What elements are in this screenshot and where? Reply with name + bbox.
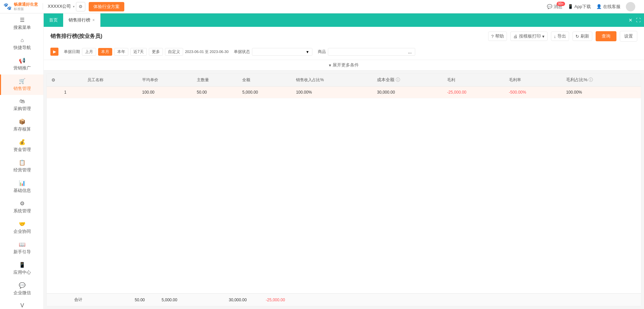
help-button[interactable]: ? 帮助	[488, 32, 507, 41]
col-quantity: 主数量	[193, 73, 239, 87]
sidebar-item-wechat[interactable]: 💬 企业微信	[0, 279, 43, 299]
sidebar-item-marketing[interactable]: 📢 营销推广	[0, 54, 43, 74]
refresh-label: 刷新	[581, 33, 589, 39]
cell-sales-ratio: 100.00%	[292, 87, 373, 98]
goods-select[interactable]: ...	[328, 48, 415, 56]
table-row: 1 100.00 50.00 5,000.00 100.00% 30,000.0…	[47, 87, 641, 98]
finance-icon: 💰	[19, 139, 26, 145]
sidebar-item-operation[interactable]: 📋 经营管理	[0, 156, 43, 176]
message-icon: 💬	[547, 4, 552, 9]
page-title-row: 销售排行榜(按业务员) ? 帮助 🖨 按模板打印 ▾ ↓	[50, 31, 637, 42]
tab-close-icon[interactable]: ×	[92, 18, 95, 22]
tab-bar-right: ✕ ⛶	[629, 17, 644, 23]
cost-info-icon[interactable]: ⓘ	[396, 77, 400, 82]
guide-icon: 📖	[19, 241, 26, 248]
apps-icon: 📱	[19, 262, 26, 268]
sidebar-label-operation: 经营管理	[13, 167, 31, 173]
gear-icon: ⚙	[79, 4, 83, 9]
expand-conditions-button[interactable]: ▾ 展开更多条件	[44, 60, 644, 70]
col-settings-icon: ⚙	[51, 78, 55, 83]
status-filter-group: 单据状态 ▾	[234, 48, 312, 56]
message-badge: 99+	[557, 2, 565, 6]
company-settings-button[interactable]: ⚙	[76, 2, 85, 11]
footer-quantity: 50.00	[135, 298, 162, 302]
app-download-button[interactable]: 📱 App下载	[568, 4, 591, 10]
col-settings[interactable]: ⚙	[47, 73, 60, 87]
sidebar-label-finance: 资金管理	[13, 147, 31, 153]
refresh-icon: ↻	[575, 34, 579, 39]
col-gross-ratio: 毛利占比% ⓘ	[562, 73, 641, 87]
help-icon: ?	[491, 34, 493, 39]
tab-sales-ranking[interactable]: 销售排行榜 ×	[63, 13, 100, 27]
col-employee-name: 员工名称	[83, 73, 138, 87]
filter-toggle-button[interactable]: ▶	[50, 48, 58, 56]
this-year-button[interactable]: 本年	[114, 48, 128, 56]
this-month-button[interactable]: 本月	[98, 48, 112, 56]
sidebar-item-purchase[interactable]: 🛍 采购管理	[0, 95, 43, 115]
company-name: XXXXX公司	[48, 3, 71, 9]
cell-gross: -25,000.00	[443, 87, 505, 98]
sidebar-item-cooperation[interactable]: 🤝 企业协同	[0, 217, 43, 238]
search-menu-icon: ☰	[20, 17, 25, 23]
sidebar-item-sales[interactable]: 🛒 销售管理	[0, 74, 43, 95]
col-cost: 成本全额 ⓘ	[373, 73, 443, 87]
cell-settings	[47, 87, 60, 98]
sidebar-item-finance[interactable]: 💰 资金管理	[0, 136, 43, 156]
company-selector[interactable]: 🐾 畅康通好生意 标准版 XXXXX公司 ▾	[3, 2, 75, 11]
avatar[interactable]	[626, 2, 635, 11]
sidebar-label-guide: 新手引导	[13, 249, 31, 255]
print-button[interactable]: 🖨 按模板打印 ▾	[510, 32, 548, 41]
sidebar-item-apps[interactable]: 📱 应用中心	[0, 258, 43, 279]
sidebar-item-search[interactable]: ☰ 搜索菜单	[0, 13, 43, 34]
last7days-button[interactable]: 近7天	[130, 48, 147, 56]
online-service-label: 在线客服	[603, 4, 620, 10]
query-button[interactable]: 查询	[596, 31, 616, 41]
wechat-icon: 💬	[19, 282, 26, 289]
col-gross: 毛利	[443, 73, 505, 87]
sidebar-item-guide[interactable]: 📖 新手引导	[0, 238, 43, 258]
print-label: 按模板打印	[519, 33, 541, 39]
gross-ratio-info-icon[interactable]: ⓘ	[589, 77, 593, 82]
inventory-icon: 📦	[19, 118, 26, 125]
marketing-icon: 📢	[19, 57, 26, 64]
sidebar-item-member[interactable]: V 畅会员	[0, 299, 43, 309]
filter-row: ▶ 单据日期 上月 本月 本年 近7天 更多 自定义 2023-06-01 至 …	[50, 45, 637, 58]
sidebar-label-search: 搜索菜单	[13, 24, 31, 31]
data-table: ⚙ 员工名称 平均单价 主数量 全额 销售收入占比% 成本全额 ⓘ	[47, 73, 641, 98]
cell-gross-rate: -500.00%	[505, 87, 562, 98]
col-avg-price: 平均单价	[138, 73, 193, 87]
settings-button[interactable]: 设置	[620, 31, 637, 42]
custom-date-button[interactable]: 自定义	[165, 48, 183, 56]
cell-total: 5,000.00	[238, 87, 292, 98]
app-download-label: App下载	[574, 4, 591, 10]
close-window-icon[interactable]: ✕	[629, 17, 633, 23]
trial-button[interactable]: 体验行业方案	[89, 2, 124, 11]
goods-filter-group: 商品 ...	[318, 48, 415, 56]
status-filter-label: 单据状态	[234, 49, 250, 55]
footer-total-label: 合计	[74, 297, 108, 303]
top-header: 🐾 畅康通好生意 标准版 XXXXX公司 ▾ ⚙ 体验行业方案 💬 消息 99+…	[0, 0, 644, 13]
sidebar-item-basic-info[interactable]: 📊 基础信息	[0, 176, 43, 197]
last-month-button[interactable]: 上月	[82, 48, 96, 56]
export-button[interactable]: ↓ 导出	[551, 32, 569, 41]
system-icon: ⚙	[20, 200, 25, 207]
more-date-button[interactable]: 更多	[149, 48, 163, 56]
app-logo: 🐾	[3, 2, 12, 10]
cooperation-icon: 🤝	[19, 221, 26, 227]
footer-gross: -25,000.00	[266, 298, 299, 302]
phone-icon: 📱	[568, 4, 573, 9]
sidebar-item-quick-nav[interactable]: ⌂ 快捷导航	[0, 34, 43, 54]
table-header-row: ⚙ 员工名称 平均单价 主数量 全额 销售收入占比% 成本全额 ⓘ	[47, 73, 641, 87]
tab-home[interactable]: 首页	[44, 13, 63, 27]
sidebar-item-inventory[interactable]: 📦 库存核算	[0, 115, 43, 136]
status-select[interactable]: ▾	[252, 48, 312, 56]
col-total: 全额	[238, 73, 292, 87]
online-service-button[interactable]: 👤 在线客服	[596, 4, 620, 10]
service-icon: 👤	[596, 4, 602, 9]
sidebar-item-system[interactable]: ⚙ 系统管理	[0, 197, 43, 217]
page-content: 销售排行榜(按业务员) ? 帮助 🖨 按模板打印 ▾ ↓	[44, 27, 644, 309]
cell-quantity: 50.00	[193, 87, 239, 98]
message-button[interactable]: 💬 消息 99+	[547, 4, 562, 10]
refresh-button[interactable]: ↻ 刷新	[572, 32, 592, 41]
fullscreen-icon[interactable]: ⛶	[636, 17, 641, 23]
